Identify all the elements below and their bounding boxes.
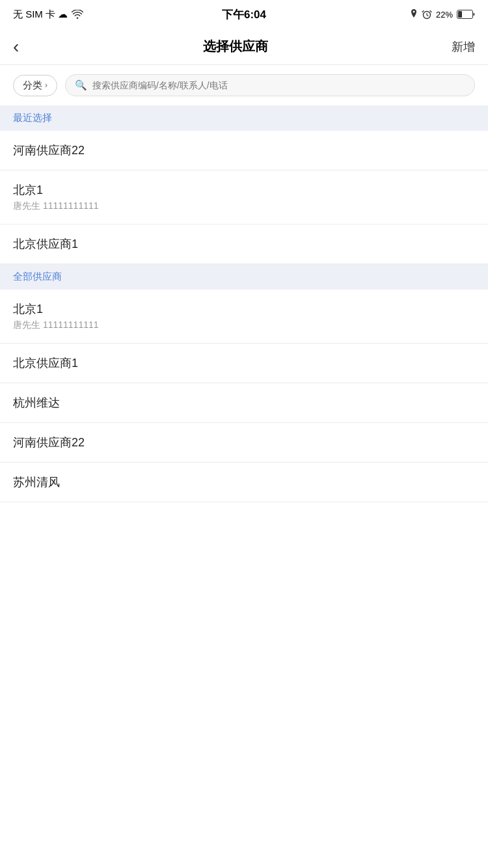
item-name: 杭州维达 <box>13 395 475 411</box>
category-label: 分类 <box>23 79 42 92</box>
list-item[interactable]: 北京供应商1 <box>0 224 488 264</box>
item-name: 北京供应商1 <box>13 355 475 371</box>
back-button[interactable]: ‹ <box>13 38 19 56</box>
battery-icon <box>457 10 475 19</box>
svg-rect-2 <box>458 11 462 18</box>
battery-text: 22% <box>436 10 453 20</box>
alarm-icon <box>422 9 432 20</box>
search-box[interactable]: 🔍 <box>65 74 475 96</box>
status-right: 22% <box>410 9 475 20</box>
list-item[interactable]: 杭州维达 <box>0 383 488 423</box>
section-header-recent: 最近选择 <box>0 105 488 131</box>
sections-container: 最近选择河南供应商22北京1唐先生 11111111111北京供应商1全部供应商… <box>0 105 488 502</box>
item-sub: 唐先生 11111111111 <box>13 319 475 331</box>
status-time: 下午6:04 <box>222 7 266 22</box>
status-left: 无 SIM 卡 ☁ <box>13 8 83 21</box>
list-item[interactable]: 河南供应商22 <box>0 131 488 170</box>
item-name: 北京1 <box>13 182 475 198</box>
item-name: 河南供应商22 <box>13 435 475 450</box>
list-item[interactable]: 北京1唐先生 11111111111 <box>0 290 488 344</box>
item-name: 河南供应商22 <box>13 142 475 158</box>
nav-bar: ‹ 选择供应商 新增 <box>0 29 488 65</box>
wifi-icon <box>72 10 83 19</box>
no-sim-text: 无 SIM 卡 ☁ <box>13 8 68 21</box>
add-button[interactable]: 新增 <box>452 39 475 55</box>
category-button[interactable]: 分类 › <box>13 75 57 96</box>
section-header-all: 全部供应商 <box>0 264 488 290</box>
page-title: 选择供应商 <box>203 38 268 55</box>
item-name: 北京1 <box>13 301 475 317</box>
item-sub: 唐先生 11111111111 <box>13 200 475 212</box>
status-bar: 无 SIM 卡 ☁ 下午6:04 22% <box>0 0 488 29</box>
chevron-right-icon: › <box>45 81 47 90</box>
item-name: 苏州清风 <box>13 474 475 490</box>
location-icon <box>410 9 418 20</box>
search-input[interactable] <box>92 80 465 90</box>
item-name: 北京供应商1 <box>13 236 475 252</box>
list-item[interactable]: 北京1唐先生 11111111111 <box>0 170 488 224</box>
list-item[interactable]: 北京供应商1 <box>0 344 488 383</box>
search-icon: 🔍 <box>75 79 87 91</box>
filter-bar: 分类 › 🔍 <box>0 65 488 105</box>
list-item[interactable]: 河南供应商22 <box>0 423 488 463</box>
list-item[interactable]: 苏州清风 <box>0 463 488 502</box>
